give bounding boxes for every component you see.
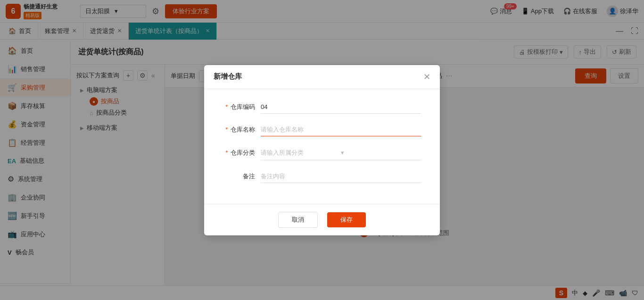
form-row-note: 备注 xyxy=(223,170,421,183)
name-label: * 仓库名称 xyxy=(223,125,261,134)
modal-overlay: 新增仓库 ✕ * 仓库编码 * 仓库名称 xyxy=(0,0,644,300)
note-label: 备注 xyxy=(223,172,261,181)
modal-body: * 仓库编码 * 仓库名称 * 仓库分类 请输入 xyxy=(204,89,440,204)
note-input[interactable] xyxy=(261,170,421,183)
name-input[interactable] xyxy=(261,123,421,136)
category-placeholder: 请输入所属分类 xyxy=(261,149,341,157)
modal-title: 新增仓库 xyxy=(214,72,242,81)
save-button[interactable]: 保存 xyxy=(327,212,366,227)
modal-footer: 取消 保存 xyxy=(204,204,440,235)
form-row-category: * 仓库分类 请输入所属分类 ▾ xyxy=(223,146,421,160)
modal-header: 新增仓库 ✕ xyxy=(204,65,440,89)
modal-close-button[interactable]: ✕ xyxy=(423,72,430,82)
cancel-button[interactable]: 取消 xyxy=(278,212,318,228)
dropdown-arrow-icon: ▾ xyxy=(341,149,421,156)
form-row-code: * 仓库编码 xyxy=(223,100,421,114)
form-row-name: * 仓库名称 xyxy=(223,123,421,136)
category-label: * 仓库分类 xyxy=(223,149,261,157)
code-input[interactable] xyxy=(261,100,421,114)
new-warehouse-modal: 新增仓库 ✕ * 仓库编码 * 仓库名称 xyxy=(204,65,440,235)
category-selector[interactable]: 请输入所属分类 ▾ xyxy=(261,146,421,160)
code-label: * 仓库编码 xyxy=(223,103,261,111)
